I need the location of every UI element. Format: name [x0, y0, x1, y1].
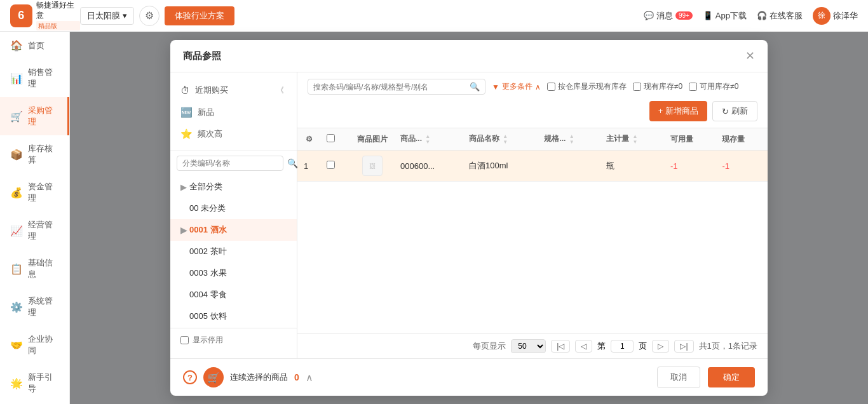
th-image: 商品图片: [351, 128, 394, 151]
logo-text: 畅捷通好生意 精品版: [36, 1, 80, 30]
refresh-button[interactable]: ↻ 刷新: [712, 101, 757, 121]
category-item-snack[interactable]: 0004 零食: [170, 284, 297, 306]
dialog-close-button[interactable]: ✕: [745, 49, 755, 63]
cart-button[interactable]: 🛒: [203, 367, 224, 387]
sidebar-item-purchase[interactable]: 🛒 采购管理: [0, 97, 69, 135]
show-disabled-row: 显示停用: [170, 328, 297, 352]
prev-page-button[interactable]: ◁: [575, 340, 592, 353]
star-icon: ⭐: [180, 128, 193, 140]
dialog-footer: ? 🛒 连续选择的商品 0 ∧ 取消 确定: [170, 358, 768, 396]
dialog-overlay: 商品参照 ✕ ⏱ 近期购买 《 🆕: [70, 32, 868, 404]
quick-link-new[interactable]: 🆕 新品: [170, 102, 297, 123]
clock-icon: ⏱: [180, 85, 190, 96]
base-icon: 📋: [10, 263, 23, 275]
next-page-button[interactable]: ▷: [652, 340, 669, 353]
cancel-button[interactable]: 取消: [657, 367, 700, 388]
phone-icon: 📱: [703, 11, 713, 20]
current-stock-checkbox[interactable]: [633, 83, 641, 91]
sidebar-item-sales[interactable]: 📊 销售管理: [0, 59, 69, 97]
page-size-select[interactable]: 50 10 20 100: [511, 339, 546, 353]
category-item-tea[interactable]: 0002 茶叶: [170, 241, 297, 262]
chevron-down-icon: ▾: [123, 11, 127, 20]
search-icon[interactable]: 🔍: [470, 82, 480, 91]
category-search-input[interactable]: [177, 156, 283, 171]
experience-button[interactable]: 体验行业方案: [165, 6, 234, 25]
add-product-button[interactable]: + 新增商品: [649, 101, 707, 121]
avatar: 徐: [813, 7, 831, 25]
system-icon: ⚙️: [10, 301, 23, 313]
online-service-button[interactable]: 🎧 在线客服: [757, 10, 803, 22]
row-stock: -1: [715, 151, 768, 182]
row-checkbox[interactable]: [327, 161, 335, 169]
category-item-fruit[interactable]: 0003 水果: [170, 262, 297, 284]
category-search: 🔍: [170, 151, 297, 176]
select-all-checkbox[interactable]: [327, 134, 335, 142]
message-button[interactable]: 💬 消息 99+: [644, 10, 693, 22]
main-layout: 🏠 首页 📊 销售管理 🛒 采购管理 📦 库存核算 💰 资金管理 📈 经营管理 …: [0, 32, 868, 404]
th-unit[interactable]: 主计量 ▲▼: [600, 128, 664, 151]
product-search-input[interactable]: [313, 83, 467, 91]
quick-link-recent[interactable]: ⏱ 近期购买 《: [170, 79, 297, 102]
arrow-icon: ▶: [180, 226, 187, 235]
th-stock: 现存量: [715, 128, 768, 151]
category-search-icon[interactable]: 🔍: [287, 158, 298, 168]
th-spec[interactable]: 规格... ▲▼: [538, 128, 600, 151]
home-icon: 🏠: [10, 39, 23, 51]
refresh-icon: ↻: [722, 107, 729, 116]
row-index: 1: [297, 151, 320, 182]
product-table: ⚙ 商品图片 商品... ▲▼ 商品名称 ▲▼ 规格... ▲▼ 主计量 ▲▼ …: [297, 128, 768, 333]
product-image: 🖼: [362, 156, 383, 176]
pagination: 每页显示 50 10 20 100 |◁ ◁ 第 页: [297, 333, 768, 358]
product-reference-dialog: 商品参照 ✕ ⏱ 近期购买 《 🆕: [170, 40, 768, 396]
category-item-liquor[interactable]: ▶ 0001 酒水: [170, 219, 297, 241]
app-download-button[interactable]: 📱 App下载: [703, 10, 747, 22]
table-row[interactable]: 1 🖼 000600... 白酒100ml 瓶: [297, 151, 768, 182]
content-area: 商品参照 ✕ ⏱ 近期购买 《 🆕: [70, 32, 868, 404]
sidebar-item-operations[interactable]: 📈 经营管理: [0, 212, 69, 250]
th-name[interactable]: 商品名称 ▲▼: [463, 128, 538, 151]
confirm-button[interactable]: 确定: [708, 367, 755, 387]
sidebar-item-inventory[interactable]: 📦 库存核算: [0, 135, 69, 173]
more-filter-button[interactable]: ▼ 更多条件 ∧: [492, 81, 541, 92]
sidebar-item-home[interactable]: 🏠 首页: [0, 32, 69, 59]
quick-link-frequent[interactable]: ⭐ 频次高: [170, 123, 297, 145]
headset-icon: 🎧: [757, 11, 767, 20]
quick-links: ⏱ 近期购买 《 🆕 新品 ⭐ 频次高: [170, 79, 297, 151]
nav-selector[interactable]: 日太阳膜 ▾: [80, 7, 134, 25]
last-page-button[interactable]: ▷|: [674, 340, 693, 353]
sidebar: 🏠 首页 📊 销售管理 🛒 采购管理 📦 库存核算 💰 资金管理 📈 经营管理 …: [0, 32, 70, 404]
sidebar-item-collab[interactable]: 🤝 企业协同: [0, 326, 69, 364]
row-checkbox-cell: [320, 151, 351, 182]
sidebar-item-guide[interactable]: 🌟 新手引导: [0, 364, 69, 402]
row-unit: 瓶: [600, 151, 664, 182]
warehouse-stock-checkbox[interactable]: [547, 83, 555, 91]
row-available: -1: [664, 151, 715, 182]
chevron-up-icon: ∧: [535, 83, 541, 91]
nav-right: 💬 消息 99+ 📱 App下载 🎧 在线客服 徐 徐泽华: [644, 7, 858, 25]
settings-button[interactable]: ⚙: [139, 6, 159, 26]
th-code[interactable]: 商品... ▲▼: [394, 128, 463, 151]
show-disabled-checkbox[interactable]: [180, 336, 189, 344]
toolbar-right: + 新增商品 ↻ 刷新: [649, 101, 757, 121]
help-button[interactable]: ?: [183, 370, 197, 384]
arrow-icon: ▶: [180, 182, 187, 192]
collapse-button[interactable]: 《: [274, 84, 287, 97]
finance-icon: 💰: [10, 187, 23, 199]
row-image-cell: 🖼: [351, 151, 394, 182]
sales-icon: 📊: [10, 72, 23, 84]
available-stock-checkbox[interactable]: [689, 83, 697, 91]
first-page-button[interactable]: |◁: [551, 340, 570, 353]
sidebar-item-finance[interactable]: 💰 资金管理: [0, 173, 69, 212]
category-panel: ⏱ 近期购买 《 🆕 新品 ⭐ 频次高: [170, 72, 297, 358]
logo-area: 6 畅捷通好生意 精品版: [10, 1, 80, 30]
row-name: 白酒100ml: [463, 151, 538, 182]
sidebar-item-system[interactable]: ⚙️ 系统管理: [0, 288, 69, 326]
category-item-uncategorized[interactable]: 00 未分类: [170, 198, 297, 219]
category-item-all[interactable]: ▶ 全部分类: [170, 176, 297, 198]
user-menu[interactable]: 徐 徐泽华: [813, 7, 858, 25]
category-item-drink[interactable]: 0005 饮料: [170, 306, 297, 327]
footer-collapse-button[interactable]: ∧: [306, 372, 313, 384]
page-number-input[interactable]: [611, 340, 634, 353]
sidebar-item-base[interactable]: 📋 基础信息: [0, 250, 69, 288]
category-list: ▶ 全部分类 00 未分类 ▶ 0001 酒水 0002 茶: [170, 176, 297, 328]
